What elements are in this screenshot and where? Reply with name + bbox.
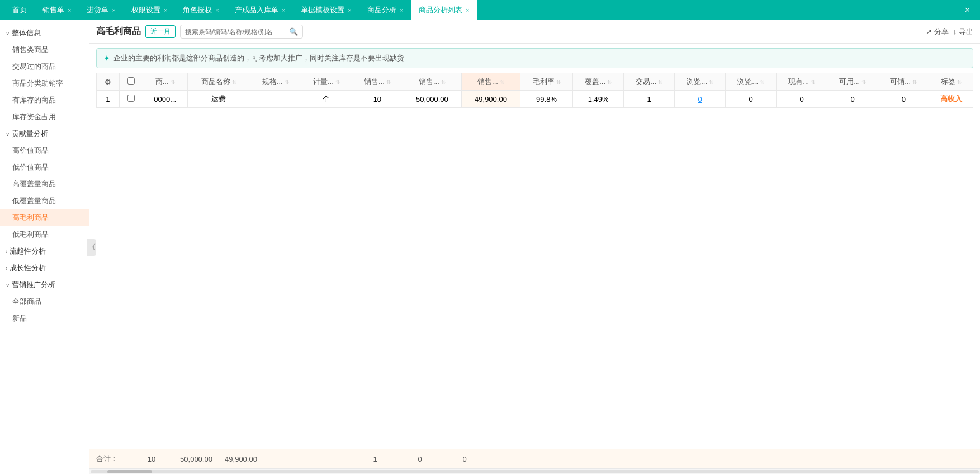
expand-icon: › xyxy=(6,248,7,255)
sidebar-group-growth[interactable]: › 成长性分析 xyxy=(0,260,89,276)
main-layout: ∨ 整体信息 销售类商品 交易过的商品 商品分类助销率 有库存的商品 库存资金占… xyxy=(0,20,980,474)
sidebar-group-overall[interactable]: ∨ 整体信息 xyxy=(0,25,89,41)
sort-icon: ⇅ xyxy=(171,79,175,85)
sort-icon: ⇅ xyxy=(607,79,612,85)
col-sellable[interactable]: 可销...⇅ xyxy=(878,73,929,91)
col-current-stock[interactable]: 现有...⇅ xyxy=(777,73,827,91)
footer-empty3 xyxy=(487,455,532,463)
sidebar-item-category-rate[interactable]: 商品分类助销率 xyxy=(0,75,89,92)
row-tag: 高收入 xyxy=(929,91,973,108)
search-icon[interactable]: 🔍 xyxy=(289,27,298,36)
select-all-checkbox[interactable] xyxy=(127,77,135,85)
sort-icon: ⇅ xyxy=(957,79,962,85)
scroll-track xyxy=(91,470,979,473)
export-button[interactable]: ↓ 导出 xyxy=(953,27,974,37)
row-gross-margin: 99.8% xyxy=(520,91,573,108)
row-spec xyxy=(250,91,301,108)
nav-role-auth[interactable]: 角色授权 × xyxy=(175,0,226,20)
nav-purchase-order[interactable]: 进货单 × xyxy=(79,0,123,20)
col-sales-profit[interactable]: 销售...⇅ xyxy=(461,73,520,91)
col-code[interactable]: 商...⇅ xyxy=(143,73,187,91)
window-close-button[interactable]: × xyxy=(959,5,976,15)
scroll-thumb[interactable] xyxy=(107,470,152,473)
footer-values: 10 50,000.00 49,900.00 1 0 0 xyxy=(129,455,532,463)
sidebar-item-low-value[interactable]: 低价值商品 xyxy=(0,159,89,176)
col-settings[interactable]: ⚙ xyxy=(97,73,120,91)
sort-icon: ⇅ xyxy=(386,79,391,85)
col-tag[interactable]: 标签⇅ xyxy=(929,73,973,91)
sidebar-item-low-coverage[interactable]: 低覆盖量商品 xyxy=(0,193,89,209)
expand-icon: ∨ xyxy=(6,30,10,36)
col-views1[interactable]: 浏览...⇅ xyxy=(675,73,726,91)
close-icon[interactable]: × xyxy=(68,7,71,13)
col-checkbox xyxy=(119,73,143,91)
close-icon[interactable]: × xyxy=(348,7,351,13)
close-icon[interactable]: × xyxy=(466,7,469,13)
close-icon[interactable]: × xyxy=(400,7,403,13)
content-area: 高毛利商品 近一月 🔍 ↗ 分享 ↓ 导出 ✦ 企业的主要的利润都是这部分 xyxy=(89,20,980,474)
close-icon[interactable]: × xyxy=(164,7,167,13)
col-sales-amount[interactable]: 销售...⇅ xyxy=(403,73,461,91)
sidebar-item-in-stock[interactable]: 有库存的商品 xyxy=(0,92,89,109)
col-transactions[interactable]: 交易...⇅ xyxy=(624,73,675,91)
col-unit[interactable]: 计量...⇅ xyxy=(301,73,352,91)
sidebar-item-all-goods[interactable]: 全部商品 xyxy=(0,293,89,310)
share-button[interactable]: ↗ 分享 xyxy=(926,27,949,37)
sidebar-group-marketing[interactable]: ∨ 营销推广分析 xyxy=(0,276,89,293)
footer-bar: 合计： 10 50,000.00 49,900.00 1 0 0 xyxy=(89,449,980,468)
nav-product-analysis[interactable]: 商品分析 × xyxy=(359,0,411,20)
nav-finished-goods[interactable]: 产成品入库单 × xyxy=(227,0,293,20)
col-name[interactable]: 商品名称⇅ xyxy=(187,73,250,91)
sidebar-item-low-margin[interactable]: 低毛利商品 xyxy=(0,226,89,243)
nav-home[interactable]: 首页 xyxy=(4,0,35,20)
sort-icon: ⇅ xyxy=(760,79,764,85)
sidebar-item-stock-capital[interactable]: 库存资金占用 xyxy=(0,109,89,125)
nav-sales-order[interactable]: 销售单 × xyxy=(35,0,79,20)
nav-product-analysis-list[interactable]: 商品分析列表 × xyxy=(411,0,477,20)
col-sales-qty[interactable]: 销售...⇅ xyxy=(352,73,403,91)
close-icon[interactable]: × xyxy=(282,7,285,13)
nav-permissions[interactable]: 权限设置 × xyxy=(124,0,175,20)
sort-icon: ⇅ xyxy=(709,79,713,85)
col-coverage[interactable]: 覆盖...⇅ xyxy=(573,73,624,91)
settings-icon: ⚙ xyxy=(105,78,111,86)
table-container: ⚙ 商...⇅ 商品名称⇅ 规格...⇅ 计量...⇅ xyxy=(89,73,980,449)
sidebar-item-sales-goods[interactable]: 销售类商品 xyxy=(0,41,89,58)
page-title: 高毛利商品 xyxy=(96,26,141,37)
sidebar-group-contribution[interactable]: ∨ 贡献量分析 xyxy=(0,125,89,142)
row-views1[interactable]: 0 xyxy=(675,91,726,108)
sidebar-item-high-coverage[interactable]: 高覆盖量商品 xyxy=(0,176,89,193)
footer-sales-amount: 50,000.00 xyxy=(174,455,219,463)
table-body: 1 0000... 运费 个 10 50,000.00 49,900.00 99… xyxy=(97,91,973,108)
row-current-stock: 0 xyxy=(777,91,827,108)
horizontal-scrollbar[interactable] xyxy=(89,468,980,474)
share-icon: ↗ xyxy=(926,27,932,36)
close-icon[interactable]: × xyxy=(215,7,219,13)
col-spec[interactable]: 规格...⇅ xyxy=(250,73,301,91)
search-input[interactable] xyxy=(185,28,287,36)
col-gross-margin[interactable]: 毛利率⇅ xyxy=(520,73,573,91)
sidebar-item-high-margin[interactable]: 高毛利商品 xyxy=(0,209,89,226)
row-checkbox xyxy=(119,91,143,108)
col-views2[interactable]: 浏览...⇅ xyxy=(726,73,777,91)
sidebar-item-traded-goods[interactable]: 交易过的商品 xyxy=(0,58,89,75)
col-available-stock[interactable]: 可用...⇅ xyxy=(827,73,878,91)
nav-template-settings[interactable]: 单据模板设置 × xyxy=(293,0,359,20)
table-header-row: ⚙ 商...⇅ 商品名称⇅ 规格...⇅ 计量...⇅ xyxy=(97,73,973,91)
row-coverage: 1.49% xyxy=(573,91,624,108)
sidebar-item-new-goods[interactable]: 新品 xyxy=(0,310,89,327)
info-banner: ✦ 企业的主要的利润都是这部分商品创造的，可考虑加大推广，同时关注库存是不要出现… xyxy=(96,48,973,68)
sidebar-group-trend[interactable]: › 流趋性分析 xyxy=(0,243,89,260)
close-icon[interactable]: × xyxy=(112,7,115,13)
row-check[interactable] xyxy=(127,95,135,102)
time-filter-button[interactable]: 近一月 xyxy=(145,25,176,38)
expand-icon: ∨ xyxy=(6,282,10,288)
row-available-stock: 0 xyxy=(827,91,878,108)
row-sales-profit: 49,900.00 xyxy=(461,91,520,108)
sort-icon: ⇅ xyxy=(556,79,561,85)
export-icon: ↓ xyxy=(953,27,957,36)
row-seq: 1 xyxy=(97,91,120,108)
sidebar-item-high-value[interactable]: 高价值商品 xyxy=(0,142,89,159)
sidebar-collapse-button[interactable]: 《 xyxy=(87,239,96,256)
footer-current-stock: 0 xyxy=(442,455,487,463)
